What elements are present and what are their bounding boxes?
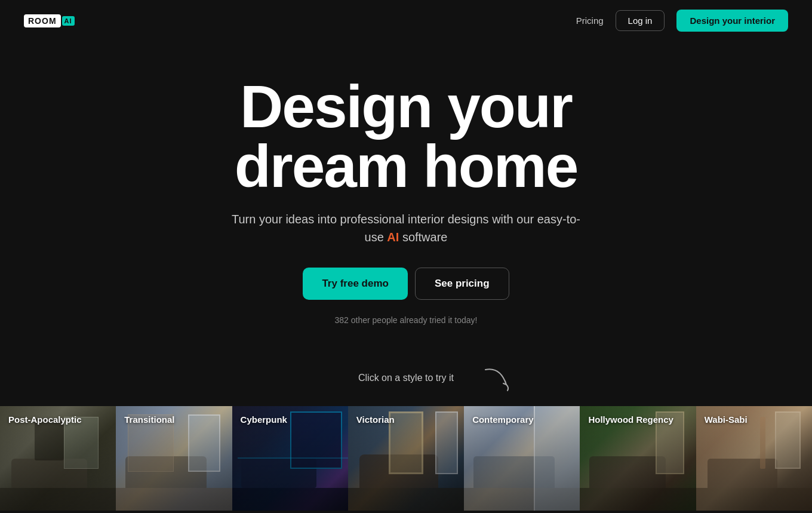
styles-hint-text: Click on a style to try it — [0, 373, 812, 383]
hero-title: Design your dream home — [235, 76, 578, 196]
logo-ai-badge: AI — [62, 16, 75, 26]
styles-hint-wrapper: Click on a style to try it — [0, 373, 812, 395]
style-card-cyberpunk[interactable]: Cyberpunk — [232, 406, 348, 511]
style-card-hollywood-regency[interactable]: Hollywood Regency — [580, 406, 696, 511]
style-card-wabi-sabi[interactable]: Wabi-Sabi — [696, 406, 812, 511]
hero-ai-highlight: AI — [387, 231, 399, 244]
style-card-label-wabi-sabi: Wabi-Sabi — [705, 414, 748, 425]
logo-room: ROOM — [24, 14, 61, 27]
nav-left: ROOMAI — [24, 14, 75, 27]
navbar: ROOMAI Pricing Log in Design your interi… — [0, 0, 812, 41]
pricing-nav-link[interactable]: Pricing — [576, 16, 604, 26]
style-card-victorian[interactable]: Victorian — [348, 406, 464, 511]
see-pricing-button[interactable]: See pricing — [415, 268, 509, 300]
hero-subtitle-after: software — [399, 231, 447, 244]
style-card-transitional[interactable]: Transitional — [116, 406, 232, 511]
style-card-post-apocalyptic[interactable]: Post-Apocalyptic — [0, 406, 116, 511]
style-card-label-cyberpunk: Cyberpunk — [241, 414, 287, 425]
design-interior-button[interactable]: Design your interior — [676, 10, 788, 32]
hero-subtitle: Turn your ideas into professional interi… — [227, 210, 585, 246]
hero-title-line2: dream home — [235, 133, 578, 199]
nav-right: Pricing Log in Design your interior — [576, 10, 788, 32]
style-card-label-post-ap: Post-Apocalyptic — [8, 414, 82, 425]
style-card-label-hollywood: Hollywood Regency — [588, 414, 673, 425]
style-card-label-contemporary: Contemporary — [472, 414, 534, 425]
style-card-label-victorian: Victorian — [356, 414, 395, 425]
logo: ROOMAI — [24, 14, 75, 27]
logo-wordmark: ROOMAI — [24, 14, 75, 27]
hero-title-line1: Design your — [240, 73, 572, 140]
style-card-label-transitional: Transitional — [124, 414, 174, 425]
style-card-contemporary[interactable]: Contemporary — [464, 406, 580, 511]
social-proof-text: 382 other people already tried it today! — [335, 315, 478, 325]
arrow-icon — [482, 367, 518, 397]
hero-section: Design your dream home Turn your ideas i… — [0, 41, 812, 349]
styles-grid: Post-Apocalyptic Transitional Cyberpunk — [0, 406, 812, 511]
hero-cta-buttons: Try free demo See pricing — [303, 268, 509, 300]
try-demo-button[interactable]: Try free demo — [303, 268, 408, 300]
login-button[interactable]: Log in — [616, 10, 665, 31]
styles-section: Click on a style to try it Post-Apocalyp… — [0, 373, 812, 511]
